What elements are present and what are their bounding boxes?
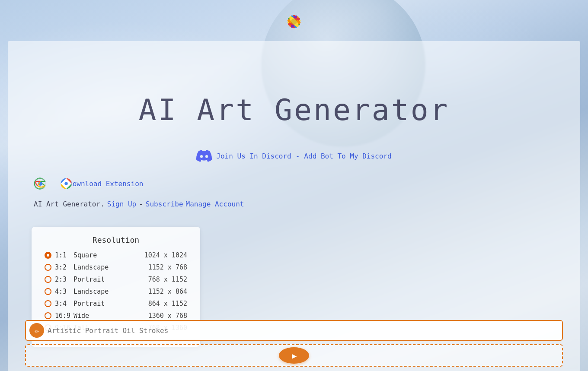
ratio-label: 3:2 [55, 263, 70, 271]
account-separator: - [139, 200, 143, 208]
radio-button-opt-4-3[interactable] [45, 288, 51, 295]
dimensions-label: 1152 x 768 [148, 263, 187, 271]
orientation-label: Portrait [74, 276, 112, 283]
app-logo [277, 4, 311, 39]
generate-area [25, 344, 563, 367]
download-extension-link[interactable]: Download Extension [68, 180, 143, 188]
resolution-option[interactable]: 1:1Square1024 x 1024 [45, 251, 187, 259]
dimensions-label: 768 x 1152 [148, 276, 187, 283]
ratio-label: 16:9 [55, 312, 70, 320]
ratio-label: 4:3 [55, 288, 70, 295]
chrome-icon-2 [60, 177, 73, 190]
orientation-label: Portrait [74, 300, 112, 308]
resolution-option[interactable]: 3:2Landscape1152 x 768 [45, 263, 187, 271]
orientation-label: Square [74, 251, 112, 259]
svg-point-9 [291, 19, 297, 25]
resolution-option[interactable]: 2:3Portrait768 x 1152 [45, 276, 187, 283]
ratio-label: 2:3 [55, 276, 70, 283]
generate-dashed-box [25, 344, 563, 367]
radio-button-opt-16-9[interactable] [45, 312, 51, 319]
dimensions-label: 864 x 1152 [148, 300, 187, 308]
generate-button[interactable] [279, 347, 309, 364]
subscribe-link[interactable]: Subscribe [146, 200, 183, 208]
chrome-icon [34, 177, 47, 190]
pencil-button[interactable]: ✏ [29, 323, 44, 338]
resolution-option[interactable]: 4:3Landscape1152 x 864 [45, 288, 187, 295]
discord-separator: - [296, 152, 300, 160]
radio-button-opt-2-3[interactable] [45, 276, 51, 283]
account-prefix: AI Art Generator. [34, 200, 105, 208]
resolution-option[interactable]: 3:4Portrait864 x 1152 [45, 300, 187, 308]
manage-account-link[interactable]: Manage Account [186, 200, 244, 208]
ratio-label: 3:4 [55, 300, 70, 308]
dimensions-label: 1024 x 1024 [144, 251, 187, 259]
dimensions-label: 1152 x 864 [148, 288, 187, 295]
extension-row: Download Extension [34, 177, 143, 190]
add-bot-discord-link[interactable]: Add Bot To My Discord [304, 152, 391, 160]
orientation-label: Wide [74, 312, 112, 320]
ratio-label: 1:1 [55, 251, 70, 259]
resolution-option[interactable]: 16:9Wide1360 x 768 [45, 312, 187, 320]
radio-button-opt-3-4[interactable] [45, 300, 51, 307]
page-title: AI Art Generator [8, 93, 580, 127]
radio-button-opt-1-1[interactable] [45, 252, 51, 259]
prompt-input-wrapper: ✏ [25, 320, 563, 341]
prompt-input[interactable] [48, 327, 559, 335]
discord-icon [196, 148, 212, 164]
main-card: AI Art Generator Join Us In Discord - Ad… [8, 41, 580, 371]
orientation-label: Landscape [74, 288, 112, 295]
resolution-title: Resolution [45, 235, 187, 244]
join-discord-link[interactable]: Join Us In Discord [216, 152, 291, 160]
svg-point-14 [64, 182, 68, 185]
dimensions-label: 1360 x 768 [148, 312, 187, 320]
discord-row: Join Us In Discord - Add Bot To My Disco… [8, 148, 580, 164]
prompt-container: ✏ [25, 320, 563, 341]
radio-button-opt-3-2[interactable] [45, 264, 51, 271]
signup-row: AI Art Generator. Sign Up - Subscribe Ma… [34, 200, 244, 208]
pencil-icon: ✏ [35, 327, 39, 335]
orientation-label: Landscape [74, 263, 112, 271]
signup-link[interactable]: Sign Up [107, 200, 136, 208]
